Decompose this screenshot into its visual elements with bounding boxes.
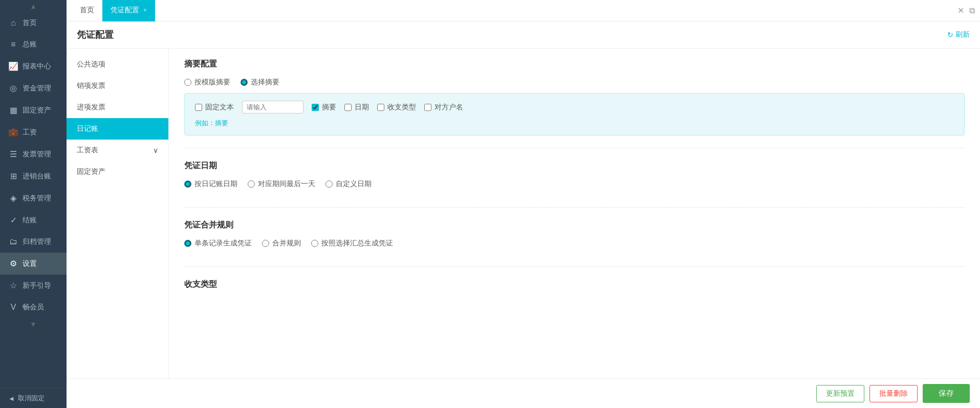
sidebar-item-tax-management[interactable]: ◈ 税务管理 bbox=[0, 187, 67, 209]
sidebar-scroll-down[interactable]: ▼ bbox=[0, 318, 67, 330]
checkbox-fixed-text-label: 固定文本 bbox=[205, 103, 234, 112]
checkbox-income-type[interactable]: 收支类型 bbox=[377, 103, 416, 112]
merge-rules-radio-row: 单条记录生成凭证 合并规则 按照选择汇总生成凭证 bbox=[184, 239, 965, 248]
sidebar-unpin-button[interactable]: ◄ 取消固定 bbox=[0, 388, 67, 408]
radio-by-selection-total-input[interactable] bbox=[311, 240, 318, 247]
sidebar-item-archive-management[interactable]: 🗂 归档管理 bbox=[0, 231, 67, 253]
left-nav: 公共选项 销项发票 进项发票 日记账 工资表 ∨ 固定资产 bbox=[67, 49, 169, 378]
radio-custom-date[interactable]: 自定义日期 bbox=[325, 179, 372, 189]
sidebar-item-label: 新手引导 bbox=[23, 281, 51, 290]
radio-select-summary-input[interactable] bbox=[241, 79, 248, 86]
fixed-text-input[interactable] bbox=[242, 101, 303, 114]
sidebar-item-purchase-sales[interactable]: ⊞ 进销台账 bbox=[0, 165, 67, 187]
checkbox-counterpart-name-input[interactable] bbox=[424, 104, 431, 111]
page-content: 凭证配置 ↻ 刷新 公共选项 销项发票 进项发票 日记账 bbox=[67, 21, 980, 408]
radio-by-selection-total-label: 按照选择汇总生成凭证 bbox=[321, 239, 393, 248]
merge-rules-section: 凭证合并规则 单条记录生成凭证 合并规则 按照选择汇总生成凭证 bbox=[184, 220, 965, 267]
sidebar-item-general-ledger[interactable]: ≡ 总账 bbox=[0, 34, 67, 55]
radio-single-record-label: 单条记录生成凭证 bbox=[194, 239, 252, 248]
sidebar-item-label: 进销台账 bbox=[23, 172, 51, 181]
left-nav-sales-invoice[interactable]: 销项发票 bbox=[67, 75, 168, 97]
refresh-button[interactable]: ↻ 刷新 bbox=[947, 30, 970, 39]
radio-single-record-input[interactable] bbox=[184, 240, 191, 247]
left-nav-fixed-assets[interactable]: 固定资产 bbox=[67, 161, 168, 183]
tab-voucher-config-label: 凭证配置 bbox=[111, 6, 139, 15]
fund-icon: ◎ bbox=[8, 83, 18, 93]
sidebar-item-payroll[interactable]: 💼 工资 bbox=[0, 121, 67, 143]
checkbox-income-type-input[interactable] bbox=[377, 104, 384, 111]
sidebar-item-label: 发票管理 bbox=[23, 150, 51, 159]
left-nav-public-options[interactable]: 公共选项 bbox=[67, 54, 168, 75]
merge-rules-title: 凭证合并规则 bbox=[184, 220, 965, 231]
tab-close-icon[interactable]: × bbox=[143, 7, 147, 14]
radio-last-day-of-period-input[interactable] bbox=[248, 180, 255, 188]
ledger-icon: ≡ bbox=[8, 40, 18, 49]
tab-bar-controls: ✕ ⧉ bbox=[957, 6, 975, 15]
voucher-date-radio-row: 按日记账日期 对应期间最后一天 自定义日期 bbox=[184, 179, 965, 189]
report-icon: 📈 bbox=[8, 61, 18, 71]
guide-icon: ☆ bbox=[8, 281, 18, 290]
left-nav-purchase-invoice[interactable]: 进项发票 bbox=[67, 97, 168, 118]
update-preview-button[interactable]: 更新预置 bbox=[816, 385, 864, 402]
radio-merge-rules-label: 合并规则 bbox=[272, 239, 301, 248]
sidebar-item-label: 设置 bbox=[23, 259, 37, 268]
radio-template-summary[interactable]: 按模版摘要 bbox=[184, 78, 230, 87]
sidebar: ▲ ⌂ 首页 ≡ 总账 📈 报表中心 ◎ 资金管理 ▦ 固定资产 💼 工资 ☰ … bbox=[0, 0, 67, 408]
income-type-section: 收支类型 bbox=[184, 279, 965, 310]
radio-template-summary-label: 按模版摘要 bbox=[194, 78, 230, 87]
example-text: 例如：摘要 bbox=[195, 119, 954, 128]
checkbox-date[interactable]: 日期 bbox=[344, 103, 369, 112]
checkbox-fixed-text[interactable]: 固定文本 bbox=[195, 103, 234, 112]
sidebar-item-label: 资金管理 bbox=[23, 84, 51, 93]
radio-merge-rules-input[interactable] bbox=[262, 240, 269, 247]
checkbox-date-input[interactable] bbox=[344, 104, 352, 111]
left-nav-payroll-table[interactable]: 工资表 ∨ bbox=[67, 140, 168, 161]
sidebar-item-home[interactable]: ⌂ 首页 bbox=[0, 12, 67, 34]
checkbox-summary-input[interactable] bbox=[312, 104, 319, 111]
sidebar-item-label: 固定资产 bbox=[23, 106, 51, 115]
radio-custom-date-label: 自定义日期 bbox=[336, 179, 372, 189]
sidebar-scroll-up[interactable]: ▲ bbox=[0, 0, 67, 12]
sidebar-item-fixed-assets[interactable]: ▦ 固定资产 bbox=[0, 99, 67, 121]
restore-window-icon[interactable]: ⧉ bbox=[969, 6, 975, 15]
sidebar-item-report-center[interactable]: 📈 报表中心 bbox=[0, 55, 67, 77]
summary-config-section: 摘要配置 按模版摘要 选择摘要 bbox=[184, 59, 965, 148]
sidebar-item-label: 畅会员 bbox=[23, 303, 44, 312]
sidebar-item-beginner-guide[interactable]: ☆ 新手引导 bbox=[0, 275, 67, 297]
radio-last-day-of-period[interactable]: 对应期间最后一天 bbox=[248, 179, 315, 189]
checkbox-counterpart-name[interactable]: 对方户名 bbox=[424, 103, 463, 112]
radio-by-journal-date-input[interactable] bbox=[184, 180, 191, 188]
vip-icon: V bbox=[8, 303, 18, 312]
sidebar-item-fund-management[interactable]: ◎ 资金管理 bbox=[0, 77, 67, 99]
radio-by-selection-total[interactable]: 按照选择汇总生成凭证 bbox=[311, 239, 393, 248]
sidebar-item-label: 首页 bbox=[23, 18, 37, 28]
summary-checkboxes-row: 固定文本 摘要 日期 bbox=[195, 101, 954, 114]
tab-home[interactable]: 首页 bbox=[72, 0, 102, 21]
bottom-bar: 更新预置 批量删除 保存 bbox=[67, 378, 980, 408]
radio-select-summary[interactable]: 选择摘要 bbox=[241, 78, 279, 87]
invoice-icon: ☰ bbox=[8, 149, 18, 159]
left-nav-journal[interactable]: 日记账 bbox=[67, 118, 168, 140]
summary-config-box: 固定文本 摘要 日期 bbox=[184, 93, 965, 135]
radio-single-record[interactable]: 单条记录生成凭证 bbox=[184, 239, 252, 248]
payroll-icon: 💼 bbox=[8, 127, 18, 137]
page-header: 凭证配置 ↻ 刷新 bbox=[67, 21, 980, 49]
radio-by-journal-date[interactable]: 按日记账日期 bbox=[184, 179, 237, 189]
sidebar-item-label: 总账 bbox=[23, 40, 37, 49]
close-window-icon[interactable]: ✕ bbox=[957, 6, 964, 15]
sidebar-item-invoice-management[interactable]: ☰ 发票管理 bbox=[0, 143, 67, 165]
sidebar-item-label: 归档管理 bbox=[23, 237, 51, 246]
sidebar-item-settings[interactable]: ⚙ 设置 bbox=[0, 253, 67, 275]
checkbox-fixed-text-input[interactable] bbox=[195, 104, 202, 111]
batch-delete-button[interactable]: 批量删除 bbox=[869, 385, 918, 402]
sidebar-item-label: 税务管理 bbox=[23, 194, 51, 203]
sidebar-item-settlement[interactable]: ✓ 结账 bbox=[0, 209, 67, 231]
radio-merge-rules[interactable]: 合并规则 bbox=[262, 239, 301, 248]
radio-custom-date-input[interactable] bbox=[325, 180, 333, 188]
radio-template-summary-input[interactable] bbox=[184, 79, 191, 86]
sidebar-item-vip[interactable]: V 畅会员 bbox=[0, 297, 67, 318]
save-button[interactable]: 保存 bbox=[923, 384, 970, 403]
checkbox-summary[interactable]: 摘要 bbox=[312, 103, 336, 112]
voucher-date-section: 凭证日期 按日记账日期 对应期间最后一天 自定义日期 bbox=[184, 161, 965, 208]
tab-voucher-config[interactable]: 凭证配置 × bbox=[102, 0, 155, 21]
